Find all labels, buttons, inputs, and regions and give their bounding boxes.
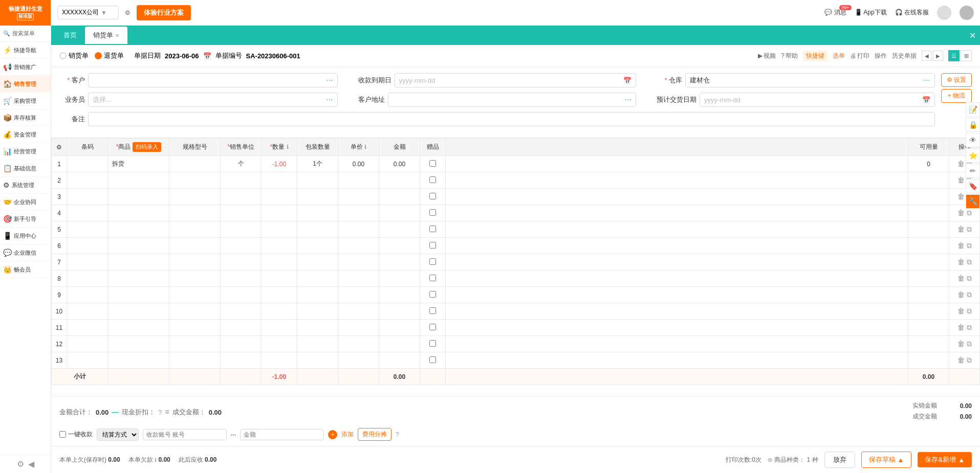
row-price[interactable]	[338, 189, 379, 205]
delete-row-button[interactable]: 🗑	[957, 258, 965, 266]
row-spec[interactable]	[169, 287, 221, 303]
remark-input[interactable]	[88, 112, 935, 126]
row-barcode[interactable]	[67, 271, 108, 287]
trial-button[interactable]: 体验行业方案	[137, 5, 191, 20]
row-gift[interactable]	[420, 189, 446, 205]
gift-checkbox[interactable]	[429, 160, 436, 167]
row-price[interactable]: 0.00	[338, 156, 379, 172]
row-unit[interactable]	[221, 271, 262, 287]
sidebar-item-system[interactable]: ⚙ 系统管理	[0, 177, 51, 194]
shortcut-btn[interactable]: 快捷键	[803, 51, 827, 61]
row-qty[interactable]	[262, 303, 297, 320]
row-product[interactable]	[108, 320, 169, 336]
row-pkg[interactable]	[297, 205, 338, 221]
row-gift[interactable]	[420, 336, 446, 352]
row-spec[interactable]	[169, 205, 221, 221]
gift-checkbox[interactable]	[429, 340, 436, 347]
message-button[interactable]: 💬 消息 99+	[824, 8, 846, 17]
delete-row-button[interactable]: 🗑	[957, 176, 965, 185]
row-price[interactable]	[338, 205, 379, 221]
row-price[interactable]	[338, 238, 379, 254]
row-unit[interactable]	[221, 254, 262, 271]
sidebar-item-vip[interactable]: 👑 畅会员	[0, 261, 51, 278]
row-spec[interactable]	[169, 254, 221, 271]
row-product[interactable]	[108, 172, 169, 189]
video-btn[interactable]: ▶ 视频	[758, 52, 776, 60]
gift-checkbox[interactable]	[429, 193, 436, 199]
copy-row-button[interactable]: ⧉	[967, 209, 972, 217]
delete-row-button[interactable]: 🗑	[957, 225, 965, 234]
row-barcode[interactable]	[67, 238, 108, 254]
settlement-method-select[interactable]: 结算方式	[97, 429, 139, 441]
sidebar-item-sales[interactable]: 🏠 销售管理	[0, 76, 51, 93]
delete-row-button[interactable]: 🗑	[957, 192, 965, 201]
row-qty[interactable]	[262, 221, 297, 238]
float-action-btn[interactable]: 🔧	[966, 194, 980, 209]
gift-checkbox[interactable]	[429, 324, 436, 330]
radio-sales[interactable]: 销货单	[59, 51, 89, 60]
row-product[interactable]	[108, 254, 169, 271]
row-barcode[interactable]	[67, 336, 108, 352]
print-btn[interactable]: 🖨 打印	[850, 52, 869, 60]
operate-btn[interactable]: 操作	[875, 52, 887, 60]
copy-row-button[interactable]: ⧉	[967, 274, 972, 283]
row-price[interactable]	[338, 352, 379, 369]
row-product[interactable]	[108, 336, 169, 352]
row-amount[interactable]	[379, 221, 420, 238]
row-unit[interactable]	[221, 287, 262, 303]
copy-row-button[interactable]: ⧉	[967, 356, 972, 365]
search-menu[interactable]: 🔍 搜索菜单	[0, 26, 51, 42]
row-product[interactable]	[108, 189, 169, 205]
row-barcode[interactable]	[67, 303, 108, 320]
row-pkg[interactable]	[297, 287, 338, 303]
row-price[interactable]	[338, 287, 379, 303]
row-pkg[interactable]	[297, 172, 338, 189]
row-barcode[interactable]	[67, 172, 108, 189]
row-barcode[interactable]	[67, 352, 108, 369]
row-qty[interactable]	[262, 189, 297, 205]
row-unit[interactable]	[221, 352, 262, 369]
row-gift[interactable]	[420, 156, 446, 172]
sidebar-item-operation[interactable]: 📊 经营管理	[0, 143, 51, 160]
row-barcode[interactable]	[67, 156, 108, 172]
discard-button[interactable]: 放弃	[824, 452, 855, 468]
row-amount[interactable]	[379, 320, 420, 336]
warehouse-input[interactable]: 建材仓 ···	[685, 73, 935, 87]
sidebar-item-inventory[interactable]: 📦 库存核算	[0, 109, 51, 126]
row-spec[interactable]	[169, 271, 221, 287]
row-pkg[interactable]: 1个	[297, 156, 338, 172]
tab-close-icon[interactable]: ✕	[115, 33, 119, 38]
row-pkg[interactable]	[297, 271, 338, 287]
nav-next-button[interactable]: ▶	[933, 51, 943, 61]
row-unit[interactable]	[221, 205, 262, 221]
row-unit[interactable]	[221, 238, 262, 254]
copy-row-button[interactable]: ⧉	[967, 225, 972, 234]
row-pkg[interactable]	[297, 189, 338, 205]
row-gift[interactable]	[420, 320, 446, 336]
float-lock-btn[interactable]: 🔒	[966, 118, 980, 132]
delete-row-button[interactable]: 🗑	[957, 307, 965, 316]
add-payment-button[interactable]: +	[328, 430, 337, 439]
row-gift[interactable]	[420, 238, 446, 254]
copy-row-button[interactable]: ⧉	[967, 323, 972, 332]
delete-row-button[interactable]: 🗑	[957, 274, 965, 283]
row-barcode[interactable]	[67, 189, 108, 205]
delete-row-button[interactable]: 🗑	[957, 290, 965, 299]
float-bookmark-btn[interactable]: 🔖	[966, 179, 980, 193]
tabbar-close-icon[interactable]: ✕	[969, 31, 976, 40]
topbar-gear-button[interactable]: ⚙	[123, 7, 133, 18]
gift-checkbox[interactable]	[429, 291, 436, 298]
row-pkg[interactable]	[297, 221, 338, 238]
payment-checkbox[interactable]	[59, 431, 66, 438]
row-unit[interactable]	[221, 336, 262, 352]
row-spec[interactable]	[169, 336, 221, 352]
row-amount[interactable]	[379, 254, 420, 271]
nav-prev-button[interactable]: ◀	[922, 51, 932, 61]
row-amount[interactable]	[379, 271, 420, 287]
row-unit[interactable]	[221, 172, 262, 189]
float-note-btn[interactable]: 📝	[966, 102, 980, 117]
copy-row-button[interactable]: ⧉	[967, 307, 972, 316]
float-eye-btn[interactable]: 👁	[966, 133, 980, 147]
row-product[interactable]: 拆货	[108, 156, 169, 172]
customer-input[interactable]: ···	[88, 73, 338, 87]
